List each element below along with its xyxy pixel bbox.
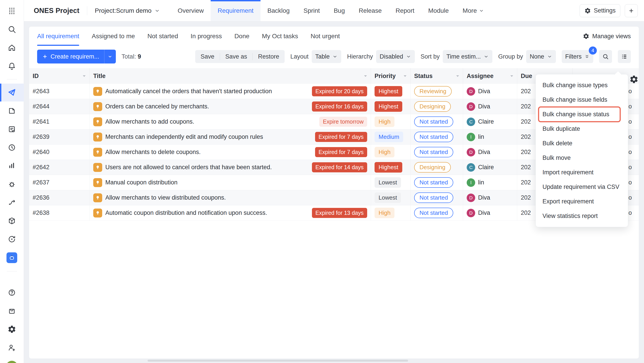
column-header-priority[interactable]: Priority: [371, 68, 410, 84]
project-switcher[interactable]: Project:Scrum demo: [95, 0, 160, 21]
column-header-title[interactable]: Title: [90, 68, 371, 84]
sidebar-item-workspace-bag-icon[interactable]: [0, 306, 24, 316]
status-pill[interactable]: Not started: [414, 177, 453, 188]
group-by-select[interactable]: None: [526, 50, 556, 63]
priority-badge[interactable]: High: [374, 208, 394, 218]
sidebar-item-bug-icon[interactable]: [0, 179, 24, 189]
save-as-button[interactable]: Save as: [220, 50, 253, 63]
issue-title[interactable]: Allow merchants to delete coupons.: [105, 149, 200, 156]
sidebar-item-performance-chart-icon[interactable]: [0, 161, 24, 171]
menu-item-bulk-duplicate[interactable]: Bulk duplicate: [536, 122, 628, 136]
priority-badge[interactable]: Highest: [374, 162, 402, 173]
status-pill[interactable]: Not started: [414, 116, 453, 127]
menu-item-bulk-move[interactable]: Bulk move: [536, 151, 628, 165]
nav-tab-overview[interactable]: Overview: [171, 0, 211, 21]
sidebar-item-help-icon[interactable]: [0, 288, 24, 298]
menu-item-view-statistics-report[interactable]: View statistics report: [536, 209, 628, 223]
restore-button[interactable]: Restore: [253, 50, 285, 63]
column-settings-gear-icon[interactable]: [629, 75, 639, 84]
filters-button[interactable]: Filters 4: [562, 50, 594, 63]
sidebar-item-wiki-note-icon[interactable]: [0, 124, 24, 134]
search-button[interactable]: [599, 50, 612, 63]
priority-badge[interactable]: Medium: [374, 132, 403, 142]
menu-item-export-requirement[interactable]: Export requirement: [536, 194, 628, 209]
status-pill[interactable]: Not started: [414, 147, 453, 157]
priority-badge[interactable]: Lowest: [374, 177, 401, 188]
create-requirement-main[interactable]: Create requirem...: [37, 50, 104, 63]
horizontal-scrollbar[interactable]: [148, 360, 408, 362]
sidebar-item-invite-member-icon[interactable]: [0, 343, 24, 353]
sidebar-item-deliver-icon[interactable]: [0, 234, 24, 244]
menu-item-bulk-change-issue-status[interactable]: Bulk change issue status: [536, 107, 628, 122]
column-header-assignee[interactable]: Assignee: [463, 68, 517, 84]
view-tab-assigned-to-me[interactable]: Assigned to me: [92, 26, 135, 46]
sidebar-item-assistant-widget-icon[interactable]: [6, 252, 17, 263]
settings-button[interactable]: Settings: [580, 4, 620, 17]
nav-tab-more[interactable]: More: [456, 0, 491, 21]
menu-item-import-requirement[interactable]: Import requirement: [536, 165, 628, 180]
issue-title[interactable]: Manual coupon distribution: [105, 179, 178, 186]
view-tab-all-requirement[interactable]: All requirement: [37, 26, 79, 46]
priority-badge[interactable]: Highest: [374, 86, 402, 97]
sidebar-item-notification-bell-icon[interactable]: [0, 61, 24, 71]
status-pill[interactable]: Reviewing: [414, 86, 452, 97]
column-header-id[interactable]: ID: [29, 68, 90, 84]
menu-item-update-requirement-via-csv[interactable]: Update requirement via CSV: [536, 180, 628, 194]
nav-tab-requirement[interactable]: Requirement: [211, 0, 260, 21]
create-requirement-caret[interactable]: [104, 50, 116, 63]
view-tab-not-started[interactable]: Not started: [147, 26, 178, 46]
sidebar-item-package-icon[interactable]: [0, 216, 24, 226]
nav-tab-module[interactable]: Module: [421, 0, 456, 21]
column-header-status[interactable]: Status: [410, 68, 463, 84]
sidebar-item-gear-icon[interactable]: [0, 324, 24, 334]
menu-item-bulk-delete[interactable]: Bulk delete: [536, 136, 628, 151]
menu-item-bulk-change-issue-types[interactable]: Bulk change issue types: [536, 78, 628, 92]
status-pill[interactable]: Not started: [414, 192, 453, 203]
sidebar-item-apps-grid-icon[interactable]: [0, 6, 24, 16]
issue-title[interactable]: Users are not allowed to cancel orders t…: [105, 164, 272, 171]
add-button[interactable]: [625, 4, 638, 17]
issue-title[interactable]: Automatic coupon distribution and notifi…: [105, 209, 267, 216]
status-pill[interactable]: Designing: [414, 162, 451, 173]
sidebar-item-file-export-icon[interactable]: [0, 106, 24, 116]
issue-title[interactable]: Orders can be canceled by merchants.: [105, 103, 209, 110]
priority-badge[interactable]: Highest: [374, 101, 402, 112]
status-pill[interactable]: Designing: [414, 101, 451, 112]
view-tab-in-progress[interactable]: In progress: [190, 26, 222, 46]
sidebar-item-clock-icon[interactable]: [0, 142, 24, 153]
issue-title[interactable]: Automatically cancel the orders that hav…: [105, 88, 272, 95]
issue-title[interactable]: Merchants can independently edit and mod…: [105, 133, 263, 140]
column-filter-icon[interactable]: [456, 75, 459, 77]
column-filter-icon[interactable]: [510, 75, 514, 77]
layout-select[interactable]: Table: [312, 50, 342, 63]
sidebar-item-home-icon[interactable]: [0, 42, 24, 53]
issue-title[interactable]: Allow merchants to add coupons.: [105, 118, 194, 125]
view-tab-not-urgent[interactable]: Not urgent: [310, 26, 340, 46]
create-requirement-button[interactable]: Create requirem...: [37, 50, 116, 63]
column-filter-icon[interactable]: [404, 75, 407, 77]
save-button[interactable]: Save: [195, 50, 220, 63]
hierarchy-select[interactable]: Disabled: [376, 50, 415, 63]
user-avatar[interactable]: AI: [6, 361, 18, 363]
nav-tab-report[interactable]: Report: [389, 0, 421, 21]
bulk-actions-menu-button[interactable]: [618, 50, 631, 63]
priority-badge[interactable]: High: [374, 116, 394, 127]
manage-views-button[interactable]: Manage views: [583, 33, 631, 40]
sidebar-item-pipeline-icon[interactable]: [0, 197, 24, 208]
menu-item-bulk-change-issue-fields[interactable]: Bulk change issue fields: [536, 92, 628, 107]
nav-tab-sprint[interactable]: Sprint: [296, 0, 327, 21]
status-pill[interactable]: Not started: [414, 208, 453, 218]
column-filter-icon[interactable]: [82, 75, 86, 77]
priority-badge[interactable]: High: [374, 147, 394, 157]
view-tab-done[interactable]: Done: [234, 26, 249, 46]
priority-badge[interactable]: Lowest: [374, 192, 401, 203]
nav-tab-bug[interactable]: Bug: [327, 0, 352, 21]
sidebar-item-search-icon[interactable]: [0, 24, 24, 34]
sidebar-item-project-plane-icon[interactable]: [0, 84, 24, 101]
status-pill[interactable]: Not started: [414, 132, 453, 142]
column-filter-icon[interactable]: [364, 75, 367, 77]
view-tab-my-oct-tasks[interactable]: My Oct tasks: [262, 26, 298, 46]
nav-tab-backlog[interactable]: Backlog: [260, 0, 297, 21]
sort-by-select[interactable]: Time estim...: [443, 50, 492, 63]
issue-title[interactable]: Allow merchants to view distributed coup…: [105, 194, 226, 201]
